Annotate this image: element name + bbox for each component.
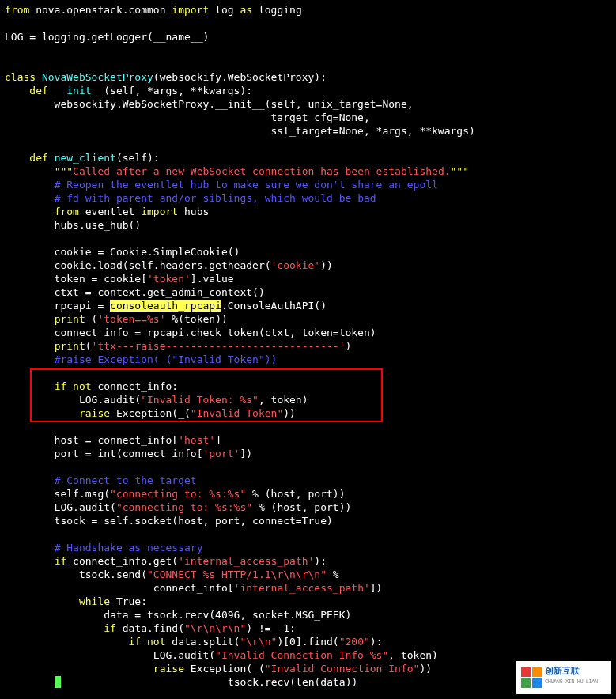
watermark: 创新互联 CHUANG XIN HU LIAN [516, 661, 611, 694]
watermark-subtext: CHUANG XIN HU LIAN [545, 675, 598, 689]
watermark-text: 创新互联 [545, 667, 598, 675]
cursor-icon [55, 676, 61, 688]
watermark-logo-icon [521, 667, 542, 688]
code-block: from nova.openstack.common import log as… [0, 0, 616, 689]
